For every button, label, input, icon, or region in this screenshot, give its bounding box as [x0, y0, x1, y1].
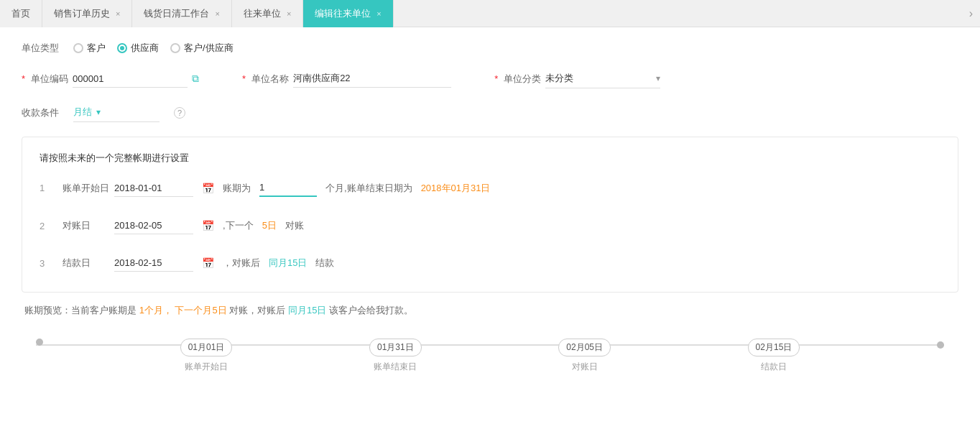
preview-label: 账期预览：当前客户账期是	[24, 305, 137, 316]
radio-both-label: 客户/供应商	[184, 42, 234, 55]
row-1-period-prefix: 账期为	[223, 182, 251, 195]
row-3-desc-prefix: ，对账后	[223, 257, 260, 270]
row-1-period-input[interactable]	[259, 179, 317, 197]
radio-supplier-label: 供应商	[131, 42, 159, 55]
row-2-desc-prefix: ,下一个	[223, 219, 254, 232]
unit-category-star: *	[494, 73, 498, 84]
radio-supplier-circle	[117, 43, 127, 53]
unit-category-group: * 单位分类 未分类 ▾	[494, 69, 660, 88]
unit-type-label: 单位类型	[22, 42, 59, 55]
tab-cashwork-label: 钱货日清工作台	[144, 7, 209, 20]
unit-type-radio-group: 客户 供应商 客户/供应商	[73, 42, 234, 55]
radio-supplier[interactable]: 供应商	[117, 42, 159, 55]
tab-cashwork-close[interactable]: ×	[215, 9, 219, 18]
unit-code-copy-icon[interactable]: ⧉	[192, 73, 199, 85]
row-3-desc-highlight: 同月15日	[269, 257, 307, 270]
row-1-num: 1	[40, 183, 54, 193]
tab-sales-history-close[interactable]: ×	[116, 9, 120, 18]
config-row-1: 1 账单开始日 📅 账期为 个月,账单结束日期为 2018年01月31日	[40, 179, 940, 197]
tab-edit-partner-close[interactable]: ×	[376, 9, 381, 18]
unit-category-arrow: ▾	[656, 73, 660, 83]
timeline-date-2: 02月05日	[558, 339, 611, 356]
timeline-item-1: 01月31日 账单结束日	[369, 339, 422, 373]
tab-bar: 首页 销售订单历史 × 钱货日清工作台 × 往来单位 × 编辑往来单位 × ›	[0, 0, 980, 27]
timeline-label-2: 对账日	[572, 361, 598, 373]
timeline-label-1: 账单结束日	[374, 361, 417, 373]
row-2-date-input[interactable]	[114, 217, 193, 234]
tab-partner-close[interactable]: ×	[287, 9, 291, 18]
config-row-2: 2 对账日 📅 ,下一个 5日 对账	[40, 217, 940, 234]
tab-edit-partner[interactable]: 编辑往来单位 ×	[303, 0, 393, 27]
preview-end: 该客户会给我打款。	[329, 305, 413, 316]
timeline-wrapper: 01月01日 账单开始日 01月31日 账单结束日 02月05日 对账日 02月…	[22, 331, 958, 395]
preview-p1: 1个月，	[139, 305, 172, 316]
period-config-section: 请按照未来的一个完整帐期进行设置 1 账单开始日 📅 账期为 个月,账单结束日期…	[22, 137, 958, 293]
main-content: 单位类型 客户 供应商 客户/供应商 * 单位编码 ⧉ * 单位名称	[0, 27, 980, 437]
tab-home[interactable]: 首页	[0, 0, 42, 27]
row-3-label: 结款日	[63, 257, 106, 270]
unit-name-group: * 单位名称	[242, 70, 451, 88]
tab-partner[interactable]: 往来单位 ×	[232, 0, 303, 27]
tab-cashwork[interactable]: 钱货日清工作台 ×	[132, 0, 231, 27]
timeline-date-0: 01月01日	[180, 339, 233, 356]
section-instruction: 请按照未来的一个完整帐期进行设置	[40, 152, 940, 165]
timeline-label-3: 结款日	[761, 361, 787, 373]
tab-edit-partner-label: 编辑往来单位	[315, 7, 371, 20]
unit-category-label: 单位分类	[504, 73, 541, 86]
timeline-date-1: 01月31日	[369, 339, 422, 356]
row-1-date-input[interactable]	[114, 180, 193, 197]
payment-terms-label: 收款条件	[22, 106, 59, 119]
unit-code-label: 单位编码	[31, 73, 68, 86]
unit-category-select[interactable]: 未分类 ▾	[545, 69, 660, 88]
timeline-label-0: 账单开始日	[185, 361, 228, 373]
timeline-item-3: 02月15日 结款日	[748, 339, 800, 373]
row-3-date-input[interactable]	[114, 254, 193, 272]
payment-terms-select[interactable]: 月结 ▾	[73, 103, 160, 122]
radio-both-circle	[170, 43, 180, 53]
preview-section: 账期预览：当前客户账期是 1个月， 下一个月5日 对账，对账后 同月15日 该客…	[22, 304, 958, 317]
timeline-item-start-dot	[36, 339, 43, 346]
radio-both[interactable]: 客户/供应商	[170, 42, 234, 55]
tab-sales-history-label: 销售订单历史	[54, 7, 110, 20]
unit-name-star: *	[242, 73, 246, 84]
unit-type-row: 单位类型 客户 供应商 客户/供应商	[22, 42, 958, 55]
unit-code-star: *	[22, 73, 25, 84]
unit-category-value: 未分类	[545, 72, 573, 85]
radio-customer-label: 客户	[87, 42, 106, 55]
timeline-end-dot	[937, 341, 944, 349]
timeline-item-2: 02月05日 对账日	[558, 339, 611, 373]
preview-p2: 下一个月5日	[175, 305, 226, 316]
row-1-period-suffix: 个月,账单结束日期为	[325, 182, 412, 195]
row-3-desc-suffix: 结款	[315, 257, 334, 270]
tab-expand-button[interactable]: ›	[962, 7, 980, 20]
row-3-num: 3	[40, 258, 54, 269]
preview-mid: 对账，对账后	[229, 305, 285, 316]
radio-customer[interactable]: 客户	[73, 42, 106, 55]
unit-details-row: * 单位编码 ⧉ * 单位名称 * 单位分类 未分类 ▾	[22, 69, 958, 88]
row-1-label: 账单开始日	[63, 182, 106, 195]
tab-sales-history[interactable]: 销售订单历史 ×	[42, 0, 132, 27]
timeline-date-3: 02月15日	[748, 339, 800, 356]
unit-name-label: 单位名称	[251, 73, 289, 86]
payment-terms-help-icon[interactable]: ?	[174, 107, 185, 119]
unit-name-input[interactable]	[293, 70, 451, 88]
timeline-item-end-dot	[937, 339, 944, 349]
tab-partner-label: 往来单位	[244, 7, 281, 20]
row-2-label: 对账日	[63, 219, 106, 232]
unit-code-input[interactable]	[73, 70, 188, 88]
row-2-num: 2	[40, 221, 54, 231]
row-2-desc-suffix: 对账	[285, 219, 304, 232]
row-2-desc-highlight: 5日	[262, 219, 277, 232]
preview-p3: 同月15日	[288, 305, 326, 316]
tab-home-label: 首页	[11, 7, 30, 20]
row-1-calendar-icon[interactable]: 📅	[202, 183, 214, 194]
payment-terms-value: 月结	[73, 106, 92, 119]
row-3-calendar-icon[interactable]: 📅	[202, 257, 214, 269]
unit-code-group: * 单位编码 ⧉	[22, 70, 199, 88]
row-1-period-end: 2018年01月31日	[421, 182, 491, 195]
config-row-3: 3 结款日 📅 ，对账后 同月15日 结款	[40, 254, 940, 272]
timeline-start-dot	[36, 339, 43, 346]
row-2-calendar-icon[interactable]: 📅	[202, 220, 214, 231]
timeline-items: 01月01日 账单开始日 01月31日 账单结束日 02月05日 对账日 02月…	[36, 339, 944, 373]
radio-customer-circle	[73, 43, 83, 53]
